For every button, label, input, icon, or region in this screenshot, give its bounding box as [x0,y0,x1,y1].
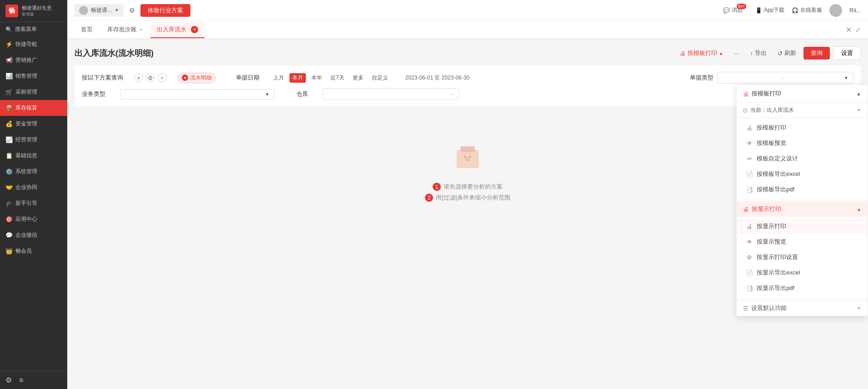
sidebar-item-guide[interactable]: 🎓 新手引导 [0,195,67,211]
template-preview-item[interactable]: 👁 按模板预览 [737,135,868,151]
sidebar-item-quick-nav[interactable]: ⚡ 快捷导航 [0,36,67,52]
more-icon: ··· [734,50,739,57]
sidebar-bottom: ⚙ ≡ [0,371,67,389]
filter-doc-type-select[interactable]: ··· ▼ [717,72,853,84]
display-export-excel-label: 按显示导出excel [757,269,861,277]
filter-label: 按以下方案查询 [82,74,123,82]
gear-icon[interactable]: ⚙ [129,7,135,14]
filter-business-type-select[interactable]: ▼ [120,89,274,100]
tab-home[interactable]: 首页 [75,22,99,38]
template-export-excel-item[interactable]: 📄 按模板导出excel [737,166,868,182]
sidebar-item-basic[interactable]: 📋 基础信息 [0,148,67,164]
sidebar-item-enterprise[interactable]: 🤝 企业协同 [0,180,67,195]
search-icon: 🔍 [5,26,12,33]
filter-warehouse-select[interactable]: ··· [323,88,459,100]
print-btn[interactable]: 🖨 按模板打印 ▲ [676,47,727,59]
filter-warehouse-label: 仓库 [296,90,308,98]
sidebar-item-member[interactable]: 👑 畅会员 [0,243,67,259]
filter-date-7days[interactable]: 近7天 [328,73,347,83]
message-btn[interactable]: 💬 消息 99+ [723,6,743,14]
tip-text-1: 请先选择要分析的方案 [444,183,503,191]
customer-service-btn[interactable]: 🎧 在线客服 [792,6,822,14]
display-settings-item[interactable]: ⚙ 按显示打印设置 [737,249,868,265]
dropdown-display-section-header[interactable]: 🖨 按显示打印 ▲ [737,201,868,217]
filter-add-btn[interactable]: + [134,73,143,82]
template-export-pdf-item[interactable]: 📑 按模板导出pdf [737,182,868,197]
current-template-row[interactable]: ⊡ 当前：出入库流水 ▼ [737,103,868,118]
basic-icon: 📋 [5,152,13,160]
template-print-item[interactable]: 🖨 按模板打印 [737,120,868,135]
sidebar-item-sales[interactable]: 📊 销售管理 [0,68,67,84]
filter-date-range: 2023-06-01 至 2023-06-30 [405,74,469,82]
tab-stock-flow-close[interactable]: × [191,26,198,33]
display-export-pdf-item[interactable]: 📑 按显示导出pdf [737,280,868,296]
sidebar-item-search[interactable]: 🔍 搜索菜单 [0,22,67,36]
sidebar-item-finance[interactable]: 💰 资金管理 [0,116,67,132]
user-avatar [79,6,88,15]
topbar-user-avatar[interactable] [829,4,842,17]
filter-tag[interactable]: ● 流水明细 [178,73,216,83]
sidebar-item-inventory[interactable]: 📦 库存核算 [0,100,67,116]
window-expand-btn[interactable]: ⤢ [855,25,861,34]
sidebar-item-label: 新手引导 [15,199,37,207]
template-export-excel-label: 按模板导出excel [757,170,861,178]
sidebar-item-system[interactable]: ⚙️ 系统管理 [0,164,67,180]
display-preview-item[interactable]: 👁 按显示预览 [737,234,868,249]
filter-row-1: 按以下方案查询 + ⚙ « ● 流水明细 单据日期 上月 本月 本年 近7天 更… [82,72,853,84]
sidebar-item-marketing[interactable]: 📢 营销推广 [0,52,67,68]
app-download-btn[interactable]: 📱 App下载 [755,6,784,14]
sidebar: 畅 畅捷通好生意 标准版 🔍 搜索菜单 ⚡ 快捷导航 📢 营销推广 📊 销售管理… [0,0,67,389]
display-settings-icon: ⚙ [746,254,753,261]
sidebar-item-operation[interactable]: 📈 经营管理 [0,132,67,148]
finance-icon: 💰 [5,120,13,128]
filter-date-curr-year[interactable]: 本年 [309,73,325,83]
svg-point-4 [464,155,466,158]
headset-icon: 🎧 [792,7,798,14]
filter-date-more[interactable]: 更多 [350,73,366,83]
sidebar-item-purchase[interactable]: 🛒 采购管理 [0,84,67,100]
apps-icon: 🎯 [5,216,13,223]
message-badge: 99+ [737,4,746,9]
settings-icon[interactable]: ⚙ [5,376,12,384]
display-export-excel-item[interactable]: 📄 按显示导出excel [737,265,868,280]
filter-settings-btn[interactable]: ⚙ [146,73,155,82]
display-print-item[interactable]: 🖨 按显示打印 [737,219,868,234]
dropdown-display-section: 🖨 按显示打印 👁 按显示预览 ⚙ 按显示打印设置 📄 按显示导出excel 📑 [737,217,868,298]
window-close-btn[interactable]: ✕ [846,25,852,34]
member-icon: 👑 [5,248,13,255]
user-selector[interactable]: 畅捷通... ▼ [75,4,124,17]
sidebar-nav: 🔍 搜索菜单 ⚡ 快捷导航 📢 营销推广 📊 销售管理 🛒 采购管理 📦 库存核… [0,22,67,371]
dropdown-footer[interactable]: ☰ 设置默认功能 ▼ [737,300,868,316]
settings-btn[interactable]: 设置 [833,46,861,60]
sidebar-item-wechat[interactable]: 💬 企业微信 [0,227,67,243]
empty-tip-2: 2 用[过滤]条件来缩小分析范围 [425,194,510,202]
tip-num-1: 1 [433,183,441,191]
filter-doc-type-more: ··· [781,75,785,81]
tab-stock-flow[interactable]: 出入库流水 × [150,22,205,38]
filter-warehouse-more: ··· [449,91,454,97]
filter-date-label: 单据日期 [236,74,259,82]
filter-date-curr-month[interactable]: 本月 [289,73,306,83]
refresh-btn[interactable]: ↺ 刷新 [774,47,800,59]
more-options-btn[interactable]: ··· [731,48,743,59]
filter-collapse-btn[interactable]: « [158,73,167,82]
guide-icon: 🎓 [5,200,13,207]
sidebar-item-apps[interactable]: 🎯 应用中心 [0,211,67,227]
svg-point-5 [469,155,471,158]
display-preview-label: 按显示预览 [757,238,861,246]
export-btn[interactable]: ↑ 导出 [747,47,771,59]
dropdown-template-section: 🖨 按模板打印 👁 按模板预览 ✏ 模板自定义设计 📄 按模板导出excel 📑 [737,118,868,199]
menu-collapse-icon[interactable]: ≡ [19,376,23,384]
print-chevron-icon: ▲ [719,51,723,56]
app-logo-icon: 畅 [5,5,18,17]
tab-inventory-batch-label: 库存批次账 [107,25,137,34]
print-dropdown-panel: 🖨 按模板打印 ▲ ⊡ 当前：出入库流水 ▼ 🖨 按模板打印 [736,85,868,316]
tab-inventory-batch[interactable]: 库存批次账 × [101,22,149,38]
template-preview-label: 按模板预览 [757,139,861,147]
template-customize-item[interactable]: ✏ 模板自定义设计 [737,151,868,166]
trial-btn[interactable]: 体验行业方案 [140,4,190,17]
tab-inventory-batch-close[interactable]: × [140,27,142,32]
filter-date-custom[interactable]: 自定义 [369,73,391,83]
filter-date-prev-month[interactable]: 上月 [270,73,287,83]
query-btn[interactable]: 查询 [803,47,830,60]
